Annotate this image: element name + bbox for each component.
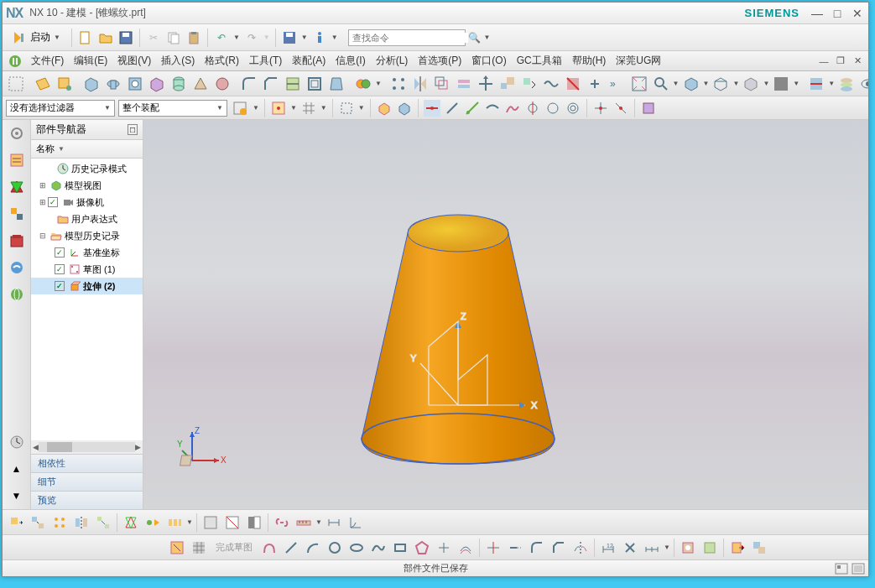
- exploded-view-icon[interactable]: [93, 513, 113, 533]
- scope-combo[interactable]: 整个装配▼: [118, 100, 227, 117]
- ellipse-sketch-icon[interactable]: [346, 538, 367, 558]
- command-search[interactable]: 🔍 ▼: [348, 29, 466, 46]
- tree-row-datum-csys[interactable]: ✓ 基准坐标: [31, 244, 143, 261]
- move-component-icon[interactable]: [6, 513, 26, 533]
- wave-link-icon[interactable]: [121, 513, 141, 533]
- mirror-icon[interactable]: [410, 74, 430, 94]
- revolve-icon[interactable]: [103, 74, 123, 94]
- scale-icon[interactable]: [497, 74, 518, 94]
- assembly-constraint-icon[interactable]: [28, 513, 48, 533]
- section-icon[interactable]: [806, 74, 826, 94]
- replace-icon[interactable]: [519, 74, 539, 94]
- graphics-viewport[interactable]: X Z Y X Y Z: [143, 120, 868, 509]
- new-file-icon[interactable]: [77, 29, 94, 46]
- tree-row-extrude-2[interactable]: ✓ 拉伸 (2): [31, 278, 143, 294]
- copy-icon[interactable]: [165, 29, 182, 46]
- curve-filter-icon[interactable]: [464, 100, 481, 117]
- pattern-icon[interactable]: [388, 74, 409, 94]
- edge-filter-icon[interactable]: [444, 100, 461, 117]
- undo-icon[interactable]: ↶: [213, 29, 230, 46]
- section-detail[interactable]: 细节: [31, 472, 143, 491]
- pin-icon[interactable]: □: [128, 124, 138, 135]
- sketch-tools2-icon[interactable]: [700, 538, 720, 558]
- sketch-constraints-icon[interactable]: [167, 538, 187, 558]
- more-features-icon[interactable]: [585, 74, 605, 94]
- move-icon[interactable]: [476, 74, 496, 94]
- edge-blend-icon[interactable]: [239, 74, 259, 94]
- navigator-hscroll[interactable]: ◀ ▶: [31, 440, 143, 454]
- menu-help[interactable]: 帮助(H): [567, 51, 612, 70]
- pattern-component-icon[interactable]: [49, 513, 70, 533]
- line-icon[interactable]: [281, 538, 301, 558]
- intersection-icon[interactable]: [592, 100, 609, 117]
- sequence-icon[interactable]: [164, 513, 185, 533]
- cut-icon[interactable]: ✂: [145, 29, 162, 46]
- open-file-icon[interactable]: [97, 29, 114, 46]
- point-filter-icon[interactable]: [484, 100, 501, 117]
- layer-icon[interactable]: [836, 74, 857, 94]
- doc-restore-button[interactable]: ❐: [833, 55, 848, 68]
- show-only-icon[interactable]: [201, 513, 221, 533]
- offset-icon[interactable]: [432, 74, 452, 94]
- info-icon[interactable]: [311, 29, 328, 46]
- continuous-dim-icon[interactable]: [642, 538, 662, 558]
- circle-icon[interactable]: [325, 538, 345, 558]
- hide-icon[interactable]: [222, 513, 242, 533]
- show-hide-icon[interactable]: [858, 74, 868, 94]
- save-alt-icon[interactable]: [281, 29, 298, 46]
- checkbox-icon[interactable]: ✓: [55, 247, 65, 258]
- arc-icon[interactable]: [303, 538, 323, 558]
- trim-curve-icon[interactable]: [483, 538, 503, 558]
- mirror-assembly-icon[interactable]: [71, 513, 91, 533]
- hd3d-icon[interactable]: [7, 258, 27, 278]
- link-icon[interactable]: [272, 513, 292, 533]
- checkbox-icon[interactable]: ✓: [55, 281, 65, 291]
- menu-analysis[interactable]: 分析(L): [371, 51, 414, 70]
- status-box1-icon[interactable]: [835, 563, 848, 575]
- feature-filter-icon[interactable]: [565, 100, 581, 117]
- mirror-curve-icon[interactable]: [570, 538, 591, 558]
- collapse-down-icon[interactable]: ▼: [7, 486, 27, 506]
- preselect-icon[interactable]: [396, 100, 413, 117]
- datum-axis-icon[interactable]: [55, 74, 75, 94]
- tree-row-expressions[interactable]: 用户表达式: [31, 211, 143, 227]
- distance-icon[interactable]: [324, 513, 344, 533]
- reuse-lib-icon[interactable]: [7, 231, 27, 251]
- menu-preferences[interactable]: 首选项(P): [413, 51, 466, 70]
- extend-curve-icon[interactable]: [505, 538, 525, 558]
- checkbox-icon[interactable]: ✓: [55, 264, 65, 274]
- shaded-icon[interactable]: [681, 74, 701, 94]
- menu-gc-toolbox[interactable]: GC工具箱: [512, 51, 567, 70]
- constraint-sketch-icon[interactable]: [620, 538, 640, 558]
- offset-curve-icon[interactable]: [456, 538, 476, 558]
- section-dependency[interactable]: 相依性: [31, 454, 143, 472]
- collapse-up-icon[interactable]: ▲: [7, 459, 27, 479]
- menu-view[interactable]: 视图(V): [112, 51, 156, 70]
- section-preview[interactable]: 预览: [31, 491, 143, 509]
- sketch-exit-icon[interactable]: [727, 538, 747, 558]
- smart-select-icon[interactable]: [640, 100, 657, 117]
- trim-icon[interactable]: [283, 74, 303, 94]
- checkbox-icon[interactable]: ✓: [48, 197, 58, 207]
- block-icon[interactable]: [147, 74, 167, 94]
- wireframe-icon[interactable]: [711, 74, 731, 94]
- body-filter-icon[interactable]: [544, 100, 561, 117]
- browser-icon[interactable]: [7, 284, 27, 304]
- datum-plane-icon[interactable]: [33, 74, 53, 94]
- paste-icon[interactable]: [185, 29, 202, 46]
- arrangement-icon[interactable]: [143, 513, 163, 533]
- part-nav-icon[interactable]: [7, 150, 27, 170]
- menu-assembly[interactable]: 装配(A): [287, 51, 331, 70]
- chamfer-sketch-icon[interactable]: [549, 538, 569, 558]
- rectangle-icon[interactable]: [390, 538, 410, 558]
- cone-icon[interactable]: [190, 74, 211, 94]
- tree-row-history-mode[interactable]: 历史记录模式: [31, 160, 143, 177]
- menu-insert[interactable]: 插入(S): [156, 51, 200, 70]
- menu-file[interactable]: 文件(F): [26, 51, 69, 70]
- extrude-icon[interactable]: [81, 74, 102, 94]
- cylinder-icon[interactable]: [169, 74, 189, 94]
- maximize-button[interactable]: □: [830, 7, 845, 20]
- quadrant-icon[interactable]: [612, 100, 629, 117]
- history-icon[interactable]: [7, 432, 27, 452]
- navigator-column-header[interactable]: 名称 ▼: [31, 140, 143, 159]
